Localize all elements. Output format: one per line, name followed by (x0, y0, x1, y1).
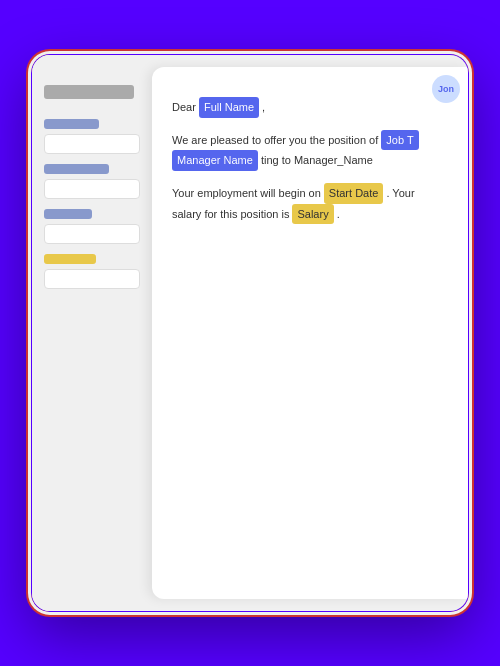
main-content: Jon Dear Full Name , We are pleased to o… (152, 67, 468, 599)
paragraph2-before: Your employment will begin on (172, 187, 321, 199)
manager-name-tag: Manager Name (172, 150, 258, 171)
sidebar-label-4 (44, 254, 96, 264)
salary-label: salary for this position is (172, 208, 289, 220)
comma: , (262, 101, 265, 113)
greeting-text: Dear (172, 101, 196, 113)
sidebar-header-bar (44, 85, 134, 99)
full-name-tag: Full Name (199, 97, 259, 118)
sidebar-label-3 (44, 209, 92, 219)
letter-body: Dear Full Name , We are pleased to offer… (172, 97, 448, 224)
avatar-initials: Jon (438, 84, 454, 94)
paragraph2-end: . (337, 208, 340, 220)
letter-paragraph-1: We are pleased to offer you the position… (172, 130, 448, 171)
job-title-tag: Job T (381, 130, 418, 151)
salary-tag: Salary (292, 204, 333, 225)
sidebar-input-3[interactable] (44, 224, 140, 244)
paragraph2-middle: . Your (386, 187, 414, 199)
avatar: Jon (432, 75, 460, 103)
sidebar (32, 55, 152, 611)
sidebar-label-2 (44, 164, 109, 174)
paragraph1-before: We are pleased to offer you the position… (172, 134, 378, 146)
device-frame: Jon Dear Full Name , We are pleased to o… (30, 53, 470, 613)
sidebar-label-1 (44, 119, 99, 129)
letter-paragraph-2: Your employment will begin on Start Date… (172, 183, 448, 224)
paragraph1-rest: ting to Manager_Name (261, 154, 373, 166)
sidebar-item-1 (44, 119, 140, 154)
sidebar-item-4 (44, 254, 140, 289)
sidebar-item-3 (44, 209, 140, 244)
sidebar-input-4[interactable] (44, 269, 140, 289)
letter-greeting: Dear Full Name , (172, 97, 448, 118)
sidebar-input-2[interactable] (44, 179, 140, 199)
sidebar-input-1[interactable] (44, 134, 140, 154)
sidebar-item-2 (44, 164, 140, 199)
start-date-tag: Start Date (324, 183, 384, 204)
